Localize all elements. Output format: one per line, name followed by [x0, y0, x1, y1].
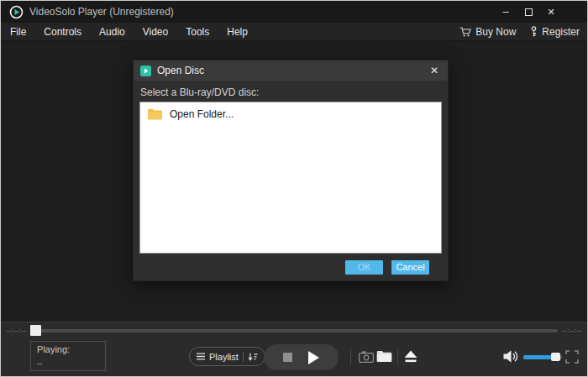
divider: [397, 349, 398, 364]
menu-bar: File Controls Audio Video Tools Help Buy…: [1, 23, 587, 41]
folder-icon: [147, 107, 163, 120]
dialog-body: Select a Blu-ray/DVD disc: Open Folder..…: [134, 81, 448, 280]
title-bar: VideoSolo Player (Unregistered) – ✕: [1, 1, 587, 23]
cart-icon: [459, 27, 471, 37]
app-logo-icon: [9, 5, 24, 19]
register-button[interactable]: Register: [530, 26, 580, 38]
menu-items: File Controls Audio Video Tools Help: [1, 26, 248, 38]
menu-audio[interactable]: Audio: [99, 26, 125, 38]
playing-value: --: [37, 359, 99, 368]
play-button[interactable]: [308, 351, 319, 364]
play-icon: [308, 351, 319, 364]
seek-bar-row: --:--:-- --:--:--: [1, 322, 587, 338]
playlist-divider: [243, 352, 244, 362]
dialog-close-button[interactable]: ✕: [428, 65, 441, 76]
disc-list[interactable]: Open Folder...: [139, 102, 442, 254]
minimize-icon: –: [502, 9, 508, 14]
open-file-button[interactable]: [376, 350, 392, 363]
ok-button[interactable]: OK: [345, 260, 383, 275]
dialog-title: Open Disc: [157, 65, 204, 76]
menu-bar-right: Buy Now Register: [459, 26, 587, 38]
snapshot-button[interactable]: [359, 351, 374, 363]
open-folder-item[interactable]: Open Folder...: [140, 102, 441, 125]
stop-icon: [283, 353, 292, 362]
cancel-button[interactable]: Cancel: [391, 260, 429, 275]
maximize-button[interactable]: [522, 6, 534, 18]
window-title: VideoSolo Player (Unregistered): [29, 6, 174, 18]
open-folder-label: Open Folder...: [170, 108, 234, 120]
key-icon: [530, 26, 538, 37]
divider: [350, 349, 351, 364]
eject-button[interactable]: [403, 350, 418, 363]
menu-video[interactable]: Video: [143, 26, 168, 38]
dialog-logo-icon: [140, 65, 151, 76]
menu-file[interactable]: File: [10, 26, 26, 38]
playlist-button[interactable]: Playlist: [189, 347, 265, 366]
control-bar: Playing: -- Playlist: [1, 338, 587, 376]
register-label: Register: [542, 26, 580, 38]
hamburger-icon: [197, 353, 205, 360]
menu-controls[interactable]: Controls: [44, 26, 81, 38]
time-total: --:--:--: [562, 327, 582, 334]
app-window: VideoSolo Player (Unregistered) – ✕ File…: [0, 0, 588, 377]
stop-button[interactable]: [283, 353, 292, 362]
seek-slider[interactable]: [30, 329, 557, 332]
playlist-label: Playlist: [209, 352, 239, 362]
seek-handle[interactable]: [30, 325, 41, 336]
volume-icon[interactable]: [502, 349, 519, 364]
open-disc-dialog: Open Disc ✕ Select a Blu-ray/DVD disc: O…: [133, 60, 449, 281]
volume-handle[interactable]: [551, 353, 560, 361]
menu-help[interactable]: Help: [227, 26, 248, 38]
menu-tools[interactable]: Tools: [186, 26, 209, 38]
close-button[interactable]: ✕: [545, 6, 557, 18]
buy-now-label: Buy Now: [475, 26, 516, 38]
maximize-icon: [525, 8, 533, 16]
volume-fill: [523, 355, 551, 359]
dialog-footer: OK Cancel: [139, 254, 442, 280]
now-playing-box: Playing: --: [30, 341, 106, 371]
buy-now-button[interactable]: Buy Now: [459, 26, 516, 38]
dialog-header: Open Disc ✕: [134, 60, 448, 81]
playlist-sort-icon[interactable]: [248, 353, 258, 361]
fullscreen-button[interactable]: [565, 350, 579, 364]
video-area: Open Disc ✕ Select a Blu-ray/DVD disc: O…: [1, 41, 587, 322]
window-controls: – ✕: [500, 6, 587, 18]
minimize-button[interactable]: –: [500, 6, 512, 18]
transport-controls: [264, 344, 339, 370]
dialog-prompt: Select a Blu-ray/DVD disc:: [140, 86, 442, 98]
volume-slider[interactable]: [523, 355, 562, 359]
time-elapsed: --:--:--: [6, 327, 26, 334]
close-icon: ✕: [547, 7, 554, 18]
playing-label: Playing:: [37, 344, 99, 354]
